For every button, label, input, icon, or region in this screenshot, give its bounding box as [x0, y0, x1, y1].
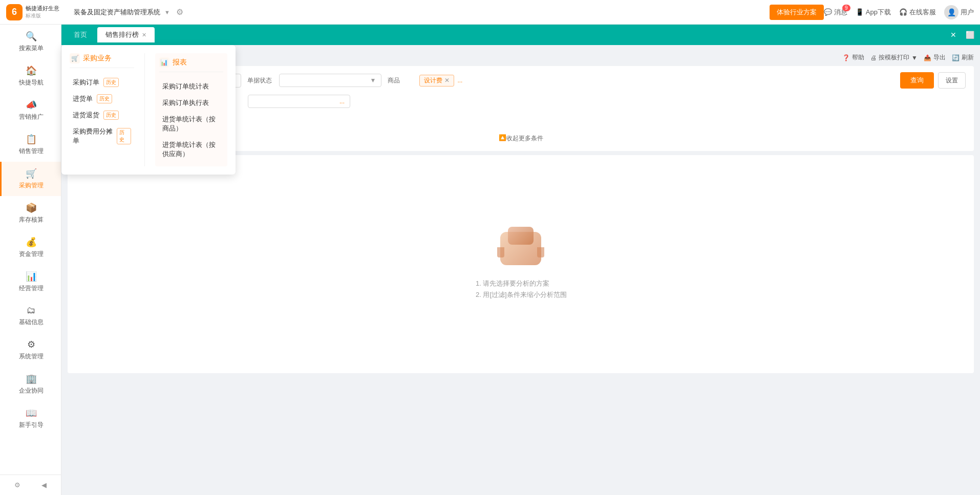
robot-arm-left — [497, 247, 504, 257]
sidebar-label-search: 搜索菜单 — [19, 44, 44, 53]
goods-return-label: 进货退货 — [73, 111, 99, 120]
settings-button[interactable]: 设置 — [938, 72, 966, 89]
purchase-order-stats-item[interactable]: 采购订单统计表 — [159, 78, 224, 95]
purchase-order-exec-item[interactable]: 采购订单执行表 — [159, 95, 224, 111]
refresh-btn[interactable]: 🔄 刷新 — [952, 53, 974, 62]
system-icon: ⚙ — [27, 339, 35, 350]
service-label: 在线客服 — [909, 8, 936, 17]
message-badge: 9 — [842, 5, 850, 11]
user-btn[interactable]: 👤 用户 — [944, 5, 974, 19]
goods-tag-close-icon[interactable]: ✕ — [444, 77, 450, 84]
sidebar-item-quick-nav[interactable]: 🏠 快捷导航 — [0, 59, 61, 93]
purchase-order-history-tag: 历史 — [103, 78, 119, 87]
robot-arm-right — [537, 247, 544, 257]
purchase-business-col: 🛒 采购业务 采购订单 历史 进货单 历史 进货退货 历史 采购费用分摊单 历史 — [70, 53, 134, 166]
sidebar-item-operations[interactable]: 📊 经营管理 — [0, 265, 61, 299]
goods-label: 商品 — [388, 76, 413, 85]
salesperson-select[interactable]: ... — [248, 95, 350, 108]
reports-col-title-text: 报表 — [173, 58, 187, 67]
goods-return-history-tag: 历史 — [103, 111, 119, 120]
phone-icon: 📱 — [856, 8, 864, 16]
goods-receipt-history-tag: 历史 — [97, 94, 112, 103]
export-label: 导出 — [933, 53, 946, 62]
sidebar-item-system[interactable]: ⚙ 系统管理 — [0, 333, 61, 367]
finance-icon: 💰 — [26, 236, 37, 248]
goods-return-item[interactable]: 进货退货 历史 — [70, 107, 134, 123]
top-right: 💬 消息 9 📱 App下载 🎧 在线客服 👤 用户 — [824, 5, 974, 19]
search-icon: 🔍 — [26, 31, 37, 42]
enterprise-icon: 🏢 — [26, 373, 37, 384]
app-label: App下载 — [866, 8, 891, 17]
salesperson-more-btn[interactable]: ... — [339, 98, 345, 105]
help-btn[interactable]: ❓ 帮助 — [842, 53, 864, 62]
print-btn[interactable]: 🖨 按模板打印 ▼ — [870, 53, 918, 62]
print-label: 按模板打印 — [879, 53, 909, 62]
goods-receipt-stats-supplier-label: 进货单统计表（按供应商） — [162, 140, 221, 159]
empty-text: 请先选择要分析的方案 用[过滤]条件来缩小分析范围 — [475, 279, 566, 302]
marketing-icon: 📣 — [26, 99, 37, 111]
tab-close-all-icon[interactable]: ✕ — [947, 29, 960, 41]
sidebar-label-system: 系统管理 — [19, 352, 44, 361]
sidebar-item-sales[interactable]: 📋 销售管理 — [0, 127, 61, 162]
goods-receipt-stats-supplier-item[interactable]: 进货单统计表（按供应商） — [159, 137, 224, 162]
sidebar-item-enterprise[interactable]: 🏢 企业协同 — [0, 367, 61, 401]
sidebar-item-finance[interactable]: 💰 资金管理 — [0, 230, 61, 265]
headset-icon: 🎧 — [899, 8, 907, 16]
tab-maximize-icon[interactable]: ⬜ — [964, 29, 976, 41]
sidebar: 🔍 搜索菜单 🏠 快捷导航 📣 营销推广 📋 销售管理 🛒 采购管理 📦 库存核… — [0, 25, 61, 495]
goods-tag-text: 设计费 — [424, 76, 442, 85]
purchase-order-stats-label: 采购订单统计表 — [162, 82, 209, 91]
sidebar-item-search[interactable]: 🔍 搜索菜单 — [0, 25, 61, 59]
online-service-btn[interactable]: 🎧 在线客服 — [899, 8, 936, 17]
tab-close-icon[interactable]: ✕ — [142, 32, 146, 38]
purchase-col-icon: 🛒 — [70, 53, 80, 63]
tab-sales-rank[interactable]: 销售排行榜 ✕ — [97, 27, 155, 42]
empty-line1: 请先选择要分析的方案 — [483, 279, 566, 288]
industry-btn[interactable]: 体验行业方案 — [770, 5, 824, 20]
settings-icon[interactable]: ⚙ — [176, 7, 183, 17]
tab-home[interactable]: 首页 — [66, 27, 95, 42]
sidebar-collapse-icon[interactable]: ◀ — [41, 481, 47, 489]
print-arrow-icon: ▼ — [911, 54, 918, 61]
user-label: 用户 — [961, 8, 974, 17]
goods-tag-design[interactable]: 设计费 ✕ — [419, 75, 454, 87]
message-icon: 💬 — [824, 8, 832, 16]
purchase-expense-item[interactable]: 采购费用分摊单 历史 — [70, 123, 134, 149]
refresh-label: 刷新 — [962, 53, 974, 62]
export-icon: 📤 — [924, 54, 931, 61]
message-btn[interactable]: 💬 消息 9 — [824, 8, 847, 17]
sidebar-label-quick-nav: 快捷导航 — [19, 78, 44, 87]
export-btn[interactable]: 📤 导出 — [924, 53, 946, 62]
help-label: 帮助 — [852, 53, 864, 62]
sidebar-item-guide[interactable]: 📖 新手引导 — [0, 401, 61, 436]
reports-col-icon: 📊 — [159, 57, 169, 68]
goods-receipt-stats-goods-item[interactable]: 进货单统计表（按商品） — [159, 111, 224, 137]
sidebar-item-marketing[interactable]: 📣 营销推广 — [0, 93, 61, 127]
purchase-col-title: 🛒 采购业务 — [70, 53, 134, 68]
doc-status-select[interactable]: ▼ — [279, 74, 381, 87]
goods-receipt-stats-goods-label: 进货单统计表（按商品） — [162, 115, 221, 133]
menu-divider — [144, 53, 145, 166]
goods-more-btn[interactable]: ... — [457, 77, 462, 84]
sidebar-item-base-info[interactable]: 🗂 基础信息 — [0, 299, 61, 333]
query-button[interactable]: 查询 — [900, 72, 934, 89]
operations-icon: 📊 — [26, 271, 37, 282]
purchase-order-label: 采购订单 — [73, 78, 99, 87]
purchase-order-item[interactable]: 采购订单 历史 — [70, 74, 134, 91]
logo-icon: 6 — [6, 4, 23, 20]
logo-area: 6 畅捷通好生意 标准版 — [6, 4, 68, 20]
doc-status-label: 单据状态 — [247, 76, 273, 85]
tab-home-label: 首页 — [74, 30, 87, 39]
sidebar-label-base-info: 基础信息 — [19, 318, 44, 327]
dropdown-arrow-icon[interactable]: ▼ — [164, 9, 170, 15]
sidebar-settings-icon[interactable]: ⚙ — [14, 481, 20, 489]
home-icon: 🏠 — [26, 65, 37, 76]
sidebar-item-inventory[interactable]: 📦 库存核算 — [0, 196, 61, 230]
sidebar-item-purchase[interactable]: 🛒 采购管理 — [0, 162, 61, 196]
collapse-label: 收起更多条件 — [506, 134, 543, 143]
logo-sub: 标准版 — [26, 12, 59, 19]
empty-state-panel: 请先选择要分析的方案 用[过滤]条件来缩小分析范围 — [68, 155, 974, 373]
app-download-btn[interactable]: 📱 App下载 — [856, 8, 891, 17]
doc-status-arrow: ▼ — [370, 77, 376, 84]
goods-receipt-item[interactable]: 进货单 历史 — [70, 91, 134, 107]
